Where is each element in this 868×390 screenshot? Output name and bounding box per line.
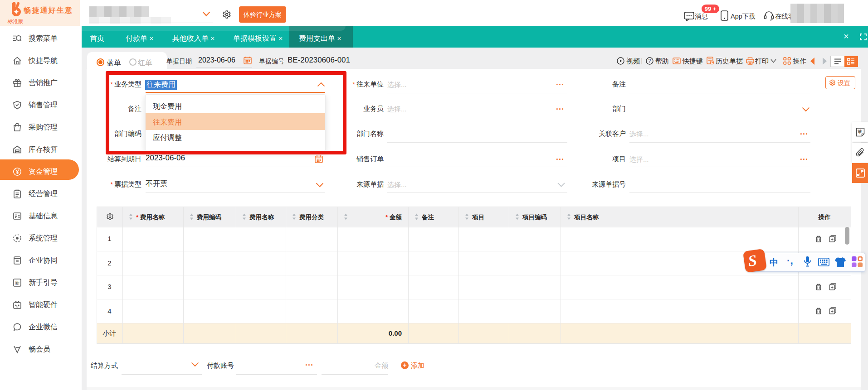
svg-text:新: 新: [15, 280, 20, 285]
svg-text:草: 草: [858, 129, 863, 135]
svg-text:?: ?: [649, 58, 651, 63]
